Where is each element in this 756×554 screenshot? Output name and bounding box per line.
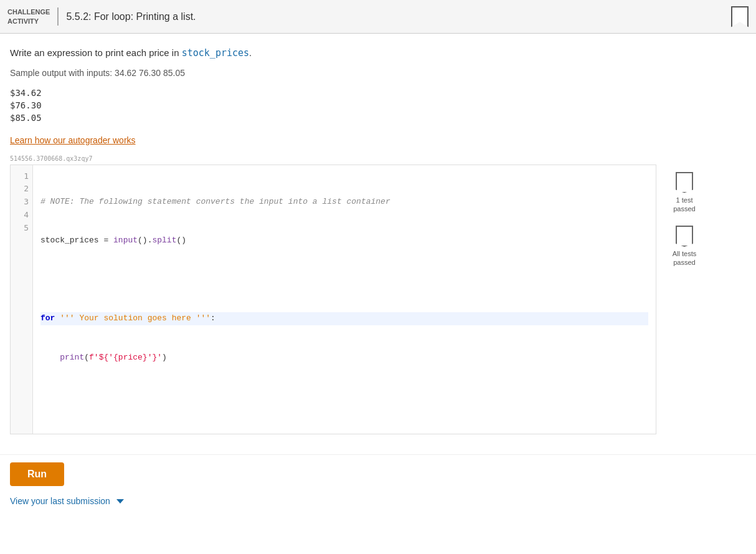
code-line-4: for ''' Your solution goes here ''': [40, 312, 648, 325]
header: CHALLENGE ACTIVITY 5.5.2: For loop: Prin… [0, 0, 756, 34]
code-line-5: print(f'${'{price}'}') [40, 351, 648, 365]
output-line-1: $34.62 [10, 88, 712, 98]
test-badge-1: 1 test passed [673, 172, 695, 214]
view-submission-link[interactable]: View your last submission [10, 496, 746, 506]
badge-text-2: All tests passed [673, 249, 697, 267]
line-numbers: 1 2 3 4 5 [11, 165, 33, 434]
learn-autograder-link[interactable]: Learn how our autograder works [10, 135, 136, 145]
challenge-badge: CHALLENGE ACTIVITY [7, 7, 59, 26]
sample-output-label: Sample output with inputs: 34.62 76.30 8… [10, 68, 712, 78]
code-line-3 [40, 274, 648, 287]
code-line-1: # NOTE: The following statement converts… [40, 196, 648, 209]
bottom-bar: Run View your last submission [0, 454, 756, 513]
test-badge-2: All tests passed [673, 226, 697, 267]
run-button[interactable]: Run [10, 462, 64, 486]
page-title: 5.5.2: For loop: Printing a list. [66, 11, 731, 22]
output-line-2: $76.30 [10, 100, 712, 110]
code-line-2: stock_prices = input().split() [40, 234, 648, 247]
chevron-down-icon [116, 499, 124, 504]
instruction-text: Write an expression to print each price … [10, 46, 712, 60]
code-content[interactable]: # NOTE: The following statement converts… [33, 165, 656, 434]
output-lines: $34.62 $76.30 $85.05 [10, 88, 712, 123]
output-line-3: $85.05 [10, 113, 712, 123]
main-content: Write an expression to print each price … [0, 34, 722, 454]
badge-text-1: 1 test passed [673, 196, 695, 214]
code-highlight: stock_prices [182, 47, 249, 59]
badge-icon-2 [676, 226, 693, 247]
badge-icon-1 [676, 172, 693, 193]
code-editor[interactable]: 1 2 3 4 5 [10, 165, 656, 435]
bookmark-icon[interactable] [731, 6, 749, 27]
editor-id: 514556.3700668.qx3zqy7 [10, 155, 712, 162]
test-badges-panel: 1 test passed All tests passed [656, 165, 712, 442]
